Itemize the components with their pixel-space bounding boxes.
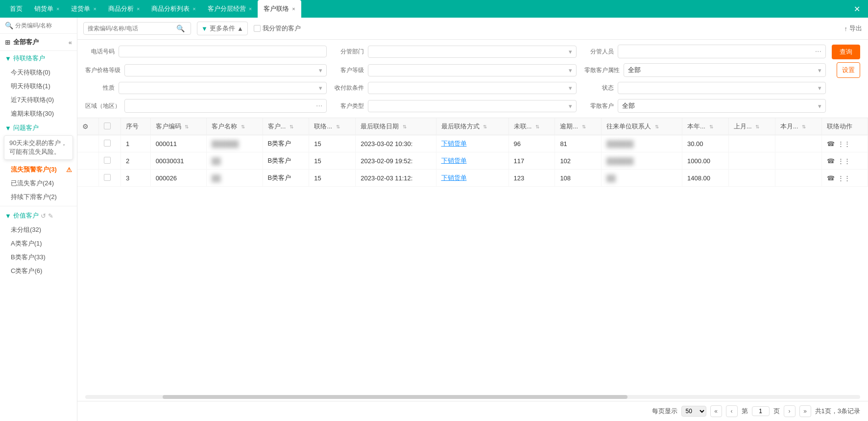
gender-select[interactable]: ▾ [119,82,327,94]
tab-close-tier[interactable]: × [249,6,252,12]
payment-select[interactable]: ▾ [368,82,576,94]
row-action[interactable]: ☎ ⋮⋮ [821,152,868,170]
tab-close-purchase[interactable]: × [93,6,96,12]
last-method-column-header[interactable]: 最后联络方式 ⇅ [436,118,508,135]
row-action[interactable]: ☎ ⋮⋮ [821,170,868,187]
scrollbar-thumb[interactable] [163,395,627,399]
last-month-header[interactable]: 上月... ⇅ [728,118,775,135]
last-method-link[interactable]: 下销货单 [441,140,467,147]
tab-customer-contact[interactable]: 客户联络 × [258,0,301,18]
price-level-select[interactable]: ▾ [124,64,327,76]
zero-attr-select[interactable]: 全部 ▾ [624,63,826,77]
query-button[interactable]: 查询 [832,45,860,59]
sidebar-search-input[interactable] [15,22,72,29]
tab-close-list[interactable]: × [193,6,195,12]
tab-close-sales[interactable]: × [56,6,59,12]
checkbox-column-header[interactable] [98,118,121,135]
sidebar-item-7days[interactable]: 近7天待联络(0) [0,93,77,107]
sidebar-search-box[interactable]: 🔍 [0,18,77,34]
my-customers-checkbox[interactable]: 我分管的客户 [254,24,301,33]
horizontal-scrollbar[interactable] [85,395,860,399]
settings-column-header[interactable]: ⚙ [77,118,98,135]
row-last-method[interactable]: 下销货单 [436,170,508,187]
dept-select[interactable]: ▾ [368,46,576,58]
header-checkbox[interactable] [104,123,111,129]
tab-product-analysis[interactable]: 商品分析 × [102,0,145,18]
contact-person-header[interactable]: 往来单位联系人 ⇅ [602,118,682,135]
row-checkbox-input[interactable] [104,157,111,164]
more-action-icon[interactable]: ⋮⋮ [838,140,850,148]
sidebar-item-declining[interactable]: 持续下滑客户(2) [0,190,77,204]
code-column-header[interactable]: 客户编码 ⇅ [150,118,206,135]
customer-type-select[interactable]: ▾ [368,100,576,112]
checkbox-icon[interactable] [254,25,261,32]
sidebar-section-problem[interactable]: ▼ 问题客户 [0,121,77,135]
customer-level-select[interactable]: ▾ [368,64,576,76]
edit-icon[interactable]: ✎ [48,212,53,220]
tab-close-contact[interactable]: × [292,6,295,12]
row-last-method[interactable]: 下销货单 [436,135,508,152]
row-checkbox[interactable] [98,152,121,170]
this-year-header[interactable]: 本年... ⇅ [682,118,729,135]
settings-button[interactable]: 设置 [837,62,860,78]
per-page-select[interactable]: 50 100 200 [681,406,706,417]
contact-icon[interactable]: ☎ [827,140,835,148]
filter-search-input[interactable] [88,25,174,32]
sidebar-item-churn-warning[interactable]: 流失预警客户(3) ⚠ [0,163,77,176]
tab-home[interactable]: 首页 [4,0,28,18]
chevron-down-icon-5: ▾ [319,84,322,92]
last-date-column-header[interactable]: 最后联络日期 ⇅ [356,118,436,135]
refresh-icon[interactable]: ↺ [41,212,46,220]
contact-column-header[interactable]: 联络... ⇅ [309,118,356,135]
next-page-button[interactable]: › [784,405,796,417]
sidebar-item-ungrouped[interactable]: 未分组(32) [0,223,77,237]
filter-search-button[interactable]: 🔍 [174,25,187,32]
sidebar-item-today[interactable]: 今天待联络(0) [0,66,77,79]
more-action-icon[interactable]: ⋮⋮ [838,174,850,182]
contact-icon[interactable]: ☎ [827,157,835,165]
window-close-button[interactable]: ✕ [850,2,864,16]
overdue-column-header[interactable]: 逾期... ⇅ [555,118,602,135]
row-last-method[interactable]: 下销货单 [436,152,508,170]
gear-icon[interactable]: ⚙ [82,123,89,130]
more-conditions-button[interactable]: ▼ 更多条件 ▲ [197,22,248,35]
phone-input[interactable] [119,46,327,57]
first-page-button[interactable]: « [710,405,722,417]
last-method-link[interactable]: 下销货单 [441,174,467,181]
sidebar-item-b-class[interactable]: B类客户(33) [0,250,77,264]
region-select[interactable]: ··· [124,99,327,113]
tab-close-analysis[interactable]: × [137,6,140,12]
zero-customer-select[interactable]: 全部 ▾ [618,99,826,113]
page-number-input[interactable] [752,406,770,416]
sidebar-all-customers[interactable]: ⊞ 全部客户 « [0,34,77,51]
last-method-link[interactable]: 下销货单 [441,157,467,164]
more-action-icon[interactable]: ⋮⋮ [838,157,850,165]
status-select[interactable]: ▾ [618,82,826,94]
prev-page-button[interactable]: ‹ [726,405,738,417]
sidebar-section-pending[interactable]: ▼ 待联络客户 [0,51,77,66]
row-checkbox[interactable] [98,135,121,152]
name-column-header[interactable]: 客户名称 ⇅ [207,118,263,135]
row-checkbox[interactable] [98,170,121,187]
last-page-button[interactable]: » [799,405,811,417]
type-column-header[interactable]: 客户... ⇅ [263,118,309,135]
sidebar-item-overdue[interactable]: 逾期未联络(30) [0,107,77,121]
sidebar-section-value[interactable]: ▼ 价值客户 ↺ ✎ [0,208,77,223]
sidebar-item-tomorrow[interactable]: 明天待联络(1) [0,79,77,93]
sidebar-item-churned[interactable]: 已流失客户(24) [0,176,77,190]
this-month-header[interactable]: 本月... ⇅ [775,118,821,135]
tab-product-list[interactable]: 商品分析列表 × [145,0,201,18]
contact-icon[interactable]: ☎ [827,174,835,182]
tab-customer-tier[interactable]: 客户分层经营 × [202,0,258,18]
tab-purchase-order[interactable]: 进货单 × [65,0,102,18]
export-button[interactable]: ↑ 导出 [844,24,863,33]
row-checkbox-input[interactable] [104,174,111,181]
filter-search-box[interactable]: 🔍 [83,22,191,35]
sidebar-item-a-class[interactable]: A类客户(1) [0,237,77,250]
days-no-contact-header[interactable]: 未联... ⇅ [508,118,555,135]
person-select[interactable]: ··· [618,45,826,58]
row-checkbox-input[interactable] [104,140,111,147]
row-action[interactable]: ☎ ⋮⋮ [821,135,868,152]
tab-sales-order[interactable]: 销货单 × [28,0,65,18]
sidebar-item-c-class[interactable]: C类客户(6) [0,264,77,278]
